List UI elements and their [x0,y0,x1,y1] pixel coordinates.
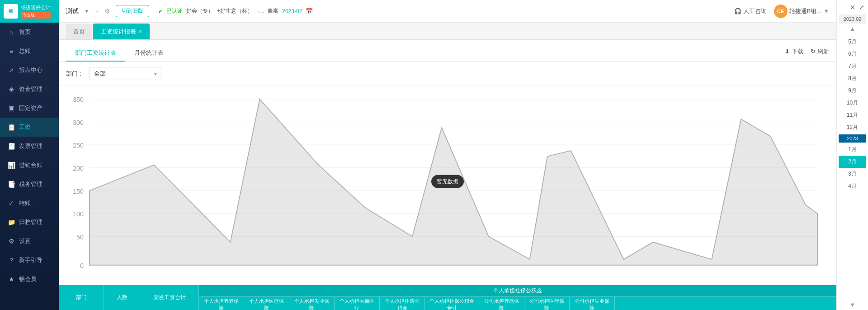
logo-icon: 畅 [4,4,18,19]
invoice-icon: 🧾 [7,143,15,150]
sidebar-item-assets[interactable]: ▣ 固定资产 [0,99,59,118]
consult-button[interactable]: 🎧 人工咨询 [734,7,767,15]
sidebar-item-reports[interactable]: ↗ 报表中心 [0,61,59,80]
sidebar-item-guide[interactable]: ? 新手引导 [0,251,59,270]
topbar: 测试 ▼ + ⚙ 切到旧版 ✔ 已认证 好会（专） +好生意（标） +... 账… [59,0,836,23]
sales-icon: 📊 [7,162,15,169]
user-menu-button[interactable]: CE 轻捷通B组... ▼ [774,5,829,18]
download-button[interactable]: ⬇ 下载 [785,48,803,56]
sidebar-item-home[interactable]: ⌂ 首页 [0,23,59,42]
month-item-1[interactable]: 1月 [837,143,868,156]
sidebar-item-label: 设置 [19,237,31,245]
download-icon: ⬇ [785,48,790,55]
sidebar-item-sales[interactable]: 📊 进销台账 [0,156,59,175]
sidebar-item-ledger[interactable]: ≡ 总账 [0,42,59,61]
svg-text:50: 50 [76,234,84,241]
right-panel: ✕ ⤢ 2023.02 ▲ 5月 6月 7月 8月 9月 10月 11月 12月… [836,0,868,310]
sidebar-item-label: 进销台账 [19,161,42,169]
switch-version-button[interactable]: 切到旧版 [116,5,149,17]
inner-content: 部门工资统计表 月份统计表 ⬇ 下载 ↻ 刷新 部门： 全部 部门A [59,40,836,310]
sidebar-item-label: 报表中心 [19,66,42,74]
sidebar-item-settings[interactable]: ⚙ 设置 [0,232,59,251]
tab-close-icon[interactable]: × [139,29,142,35]
sub-tabs-right: ⬇ 下载 ↻ 刷新 [785,48,829,59]
tab-payroll-report[interactable]: 工资统计报表 × [93,24,150,39]
col-unemployment: 个人承担失业保险 [289,297,335,310]
sidebar-item-payroll[interactable]: 📋 工资 [0,118,59,137]
col-company-medical: 公司承担医疗保险 [524,297,570,310]
month-item-3[interactable]: 3月 [837,168,868,180]
sidebar-item-label: 归档管理 [19,218,42,226]
funds-icon: ◈ [7,86,15,93]
expand-panel-button[interactable]: ⤢ [859,4,864,11]
tab-home-label: 首页 [73,28,85,36]
tag-good-accounting: 好会（专） [186,7,213,15]
refresh-button[interactable]: ↻ 刷新 [811,48,829,56]
sidebar-item-label: 新手引导 [19,256,42,264]
month-item-7[interactable]: 7月 [837,60,868,72]
sidebar-item-tax[interactable]: 📑 税务管理 [0,175,59,194]
settings-icon: ⚙ [7,238,15,245]
svg-text:200: 200 [73,165,84,172]
month-item-6[interactable]: 6月 [837,48,868,60]
sidebar-item-label: 工资 [19,123,31,131]
company-dropdown-icon[interactable]: ▼ [84,8,90,14]
month-item-2[interactable]: 2月 [839,156,866,168]
col-total-salary: 应发工资合计 [140,285,199,310]
add-icon[interactable]: + [95,7,99,15]
topbar-tags: ✔ 已认证 好会（专） +好生意（标） +... 账期 2023-02 📅 [158,7,313,15]
sidebar-item-invoice[interactable]: 🧾 发票管理 [0,137,59,156]
department-select[interactable]: 全部 部门A 部门B [89,67,161,80]
sub-tab-monthly[interactable]: 月份统计表 [125,45,173,62]
logo-text: 畅捷通好会计 [21,4,51,10]
month-item-10[interactable]: 10月 [837,97,868,109]
close-panel-button[interactable]: ✕ [850,4,855,11]
col-company-pension: 公司承担养老保险 [479,297,524,310]
assets-icon: ▣ [7,105,15,112]
certified-icon: ✔ [158,8,163,14]
month-item-8[interactable]: 8月 [837,72,868,85]
month-item-9[interactable]: 9月 [837,85,868,97]
col-group-header: 个人承担社保公积金 [199,285,836,297]
month-item-11[interactable]: 11月 [837,109,868,121]
settings-icon[interactable]: ⚙ [104,8,110,15]
month-item-4[interactable]: 4月 [837,180,868,192]
svg-text:250: 250 [73,142,84,149]
filter-bar: 部门： 全部 部门A 部门B [59,62,836,86]
status-certified: 已认证 [166,7,183,15]
table-header: 部门 人数 应发工资合计 个人承担社保公积金 个人承担养老保险 个人承担医疗保险… [59,285,836,310]
col-pension: 个人承担养老保险 [199,297,244,310]
col-group-cells: 个人承担养老保险 个人承担医疗保险 个人承担失业保险 个人承担大额医疗 个人承担… [199,297,836,310]
topbar-right: 🎧 人工咨询 CE 轻捷通B组... ▼ [734,5,829,18]
sidebar-item-vip[interactable]: ★ 畅会员 [0,270,59,289]
tag-more: +... [256,8,264,14]
tab-home[interactable]: 首页 [66,24,92,39]
consult-label: 人工咨询 [743,7,767,15]
sidebar-item-label: 首页 [19,28,31,36]
panel-prev-button[interactable]: ▲ [837,24,868,34]
reports-icon: ↗ [7,67,15,74]
tag-good-business: +好生意（标） [217,7,253,15]
calendar-icon[interactable]: 📅 [306,8,313,14]
main-content: 测试 ▼ + ⚙ 切到旧版 ✔ 已认证 好会（专） +好生意（标） +... 账… [59,0,836,310]
month-item-12[interactable]: 12月 [837,121,868,134]
col-housing-fund: 个人承担住房公积金 [380,297,425,310]
panel-next-button[interactable]: ▼ [837,300,868,310]
svg-text:150: 150 [73,188,84,195]
svg-text:350: 350 [73,96,84,103]
sidebar-item-closing[interactable]: ✓ 结账 [0,194,59,213]
sidebar-item-funds[interactable]: ◈ 资金管理 [0,80,59,99]
sub-tabs: 部门工资统计表 月份统计表 ⬇ 下载 ↻ 刷新 [59,40,836,62]
sidebar-item-label: 税务管理 [19,180,42,188]
sidebar-item-label: 发票管理 [19,142,42,150]
month-item-5[interactable]: 5月 [837,36,868,48]
sub-tab-department[interactable]: 部门工资统计表 [66,45,125,62]
col-medical: 个人承担医疗保险 [244,297,289,310]
headset-icon: 🎧 [734,8,741,14]
logo-text-block: 畅捷通好会计 专业版 [21,4,51,18]
vip-icon: ★ [7,276,15,283]
tax-icon: 📑 [7,181,15,188]
archive-icon: 📁 [7,219,15,226]
chart-tooltip: 暂无数据 [431,175,464,188]
sidebar-item-archive[interactable]: 📁 归档管理 [0,213,59,232]
